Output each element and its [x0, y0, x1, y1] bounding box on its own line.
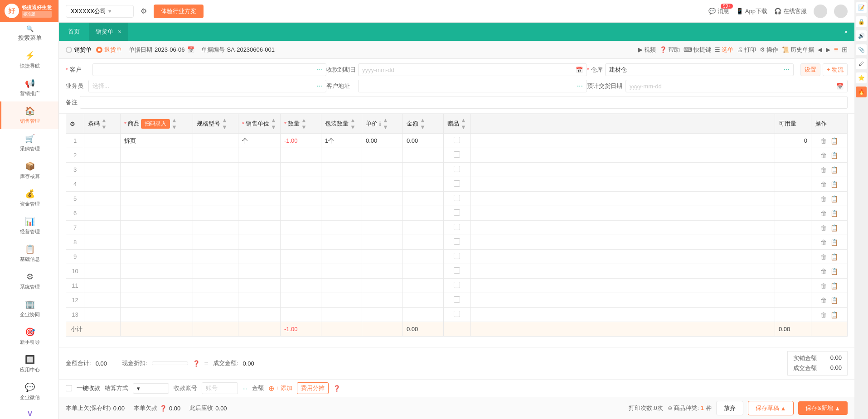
copy-icon[interactable]: 📋 — [830, 181, 838, 188]
copy-icon[interactable]: 📋 — [830, 210, 838, 217]
row-pkg[interactable] — [321, 264, 362, 279]
payment-method-select[interactable]: ▾ — [133, 383, 169, 394]
delete-icon[interactable]: 🗑 — [820, 239, 827, 246]
add-payment-button[interactable]: ⊕ + 添加 — [268, 384, 292, 393]
right-panel-icon-1[interactable]: 📝 — [856, 2, 867, 13]
row-price[interactable] — [362, 235, 402, 250]
delete-icon[interactable]: 🗑 — [820, 152, 827, 159]
row-unit[interactable] — [238, 163, 281, 177]
warehouse-input[interactable]: 建材仓 ··· — [605, 63, 794, 76]
cash-discount-input[interactable] — [152, 361, 188, 365]
row-amount[interactable] — [402, 250, 443, 264]
warehouse-dots[interactable]: ··· — [783, 66, 789, 74]
row-product[interactable] — [121, 308, 193, 322]
sort-amount[interactable]: ▲▼ — [420, 117, 426, 130]
row-unit[interactable] — [238, 235, 281, 250]
row-spec[interactable] — [193, 163, 238, 177]
th-settings[interactable]: ⚙ — [66, 114, 84, 134]
row-amount[interactable] — [402, 308, 443, 322]
row-spec[interactable] — [193, 177, 238, 192]
sort-spec[interactable]: ▲▼ — [222, 117, 228, 130]
row-gift[interactable] — [443, 264, 470, 279]
row-amount[interactable] — [402, 177, 443, 192]
help-tool[interactable]: ❓ 帮助 — [659, 46, 680, 54]
row-qty[interactable] — [280, 148, 321, 163]
payment-dots[interactable]: ··· — [242, 385, 247, 392]
sidebar-item-operations[interactable]: 📊 经营管理 — [0, 212, 58, 240]
row-product[interactable] — [121, 293, 193, 308]
row-product[interactable] — [121, 192, 193, 206]
row-barcode[interactable] — [84, 279, 121, 293]
row-barcode[interactable] — [84, 264, 121, 279]
row-spec[interactable] — [193, 206, 238, 221]
row-spec[interactable] — [193, 148, 238, 163]
delete-icon[interactable]: 🗑 — [820, 166, 827, 173]
sort-qty[interactable]: ▲▼ — [301, 117, 307, 130]
row-qty[interactable] — [280, 177, 321, 192]
row-gift[interactable] — [443, 148, 470, 163]
sidebar-item-quicknav[interactable]: ⚡ 快捷导航 — [0, 46, 58, 74]
total-debt-info[interactable]: ❓ — [160, 405, 167, 412]
calendar-icon[interactable]: 📅 — [187, 46, 194, 53]
row-qty[interactable] — [280, 308, 321, 322]
row-product[interactable] — [121, 221, 193, 235]
tab-home[interactable]: 首页 — [59, 23, 89, 41]
row-pkg[interactable] — [321, 250, 362, 264]
tab-close-icon[interactable]: × — [118, 28, 121, 35]
row-pkg[interactable] — [321, 221, 362, 235]
row-barcode[interactable] — [84, 163, 121, 177]
row-barcode[interactable] — [84, 177, 121, 192]
row-product[interactable] — [121, 250, 193, 264]
row-unit[interactable] — [238, 264, 281, 279]
price-info-icon[interactable]: ℹ — [379, 120, 381, 127]
row-gift[interactable] — [443, 221, 470, 235]
row-price[interactable] — [362, 221, 402, 235]
row-unit[interactable]: 个 — [238, 134, 281, 148]
row-amount[interactable] — [402, 163, 443, 177]
receipt-calendar-icon[interactable]: 📅 — [576, 67, 583, 73]
row-gift[interactable] — [443, 192, 470, 206]
copy-icon[interactable]: 📋 — [830, 311, 838, 318]
row-price[interactable] — [362, 163, 402, 177]
copy-icon[interactable]: 📋 — [830, 152, 838, 159]
row-qty[interactable] — [280, 293, 321, 308]
shortcut-tool[interactable]: ⌨ 快捷键 — [684, 46, 711, 54]
trial-button[interactable]: 体验行业方案 — [154, 5, 204, 18]
customer-dots[interactable]: ··· — [316, 66, 322, 74]
row-qty[interactable] — [280, 192, 321, 206]
sidebar-item-purchase[interactable]: 🛒 采购管理 — [0, 129, 58, 157]
row-spec[interactable] — [193, 134, 238, 148]
sidebar-item-basics[interactable]: 📋 基础信息 — [0, 240, 58, 267]
save-new-button[interactable]: 保存&新增 ▲ — [798, 401, 848, 415]
row-gift[interactable] — [443, 134, 470, 148]
delete-icon[interactable]: 🗑 — [820, 268, 827, 275]
row-amount[interactable] — [402, 192, 443, 206]
row-product[interactable] — [121, 279, 193, 293]
copy-icon[interactable]: 📋 — [830, 282, 838, 289]
row-pkg[interactable] — [321, 235, 362, 250]
select-tool[interactable]: ☰ 选单 — [715, 46, 733, 54]
row-price[interactable] — [362, 308, 402, 322]
row-pkg[interactable] — [321, 163, 362, 177]
row-gift[interactable] — [443, 293, 470, 308]
delete-icon[interactable]: 🗑 — [820, 210, 827, 217]
row-price[interactable]: 0.00 — [362, 134, 402, 148]
row-unit[interactable] — [238, 279, 281, 293]
expected-calendar-icon[interactable]: 📅 — [836, 83, 844, 90]
row-pkg[interactable] — [321, 192, 362, 206]
row-amount[interactable] — [402, 148, 443, 163]
row-price[interactable] — [362, 177, 402, 192]
row-gift[interactable] — [443, 250, 470, 264]
row-pkg[interactable] — [321, 293, 362, 308]
row-qty[interactable]: -1.00 — [280, 134, 321, 148]
company-selector[interactable]: XXXXXX公司 ▾ — [66, 5, 134, 18]
row-spec[interactable] — [193, 293, 238, 308]
notes-input[interactable] — [80, 96, 848, 109]
right-panel-icon-3[interactable]: 🔊 — [856, 30, 867, 41]
operate-tool[interactable]: ⚙ 操作 — [760, 46, 778, 54]
delete-icon[interactable]: 🗑 — [820, 224, 827, 231]
sort-unit[interactable]: ▲▼ — [271, 117, 276, 130]
row-price[interactable] — [362, 192, 402, 206]
row-product[interactable] — [121, 264, 193, 279]
payment-checkbox[interactable] — [66, 385, 72, 391]
